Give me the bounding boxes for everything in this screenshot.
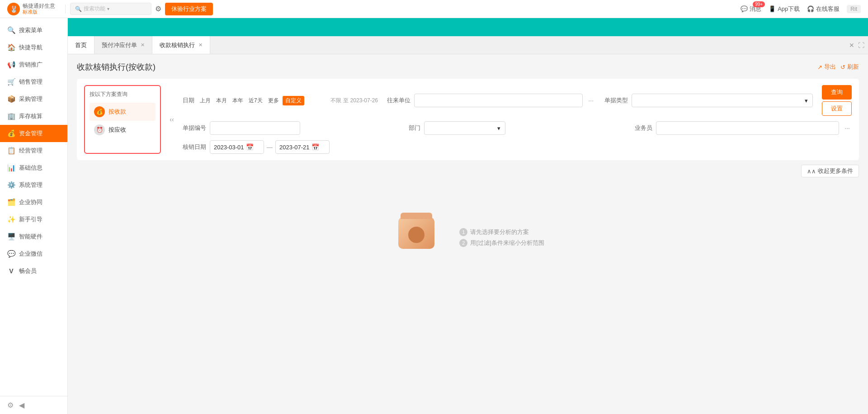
sidebar-item-wechat[interactable]: 💬 企业微信 [0,245,67,262]
sidebar-item-enterprise[interactable]: 🗂️ 企业协同 [0,194,67,211]
empty-box-lid [401,213,432,219]
teal-header [68,18,868,36]
tab-close-receipts[interactable]: ✕ [198,42,203,48]
filter-row-1: 日期 上月 本月 本年 近7天 更多 自定义 不限 [183,85,852,116]
inventory-icon: 🏢 [7,112,15,120]
calendar-start-icon[interactable]: 📅 [246,143,254,151]
filter-row-3: 核销日期 2023-03-01 📅 — 2023-07-21 📅 [183,140,852,154]
settings-icon[interactable]: ⚙ [155,5,161,13]
tab-close-all-icon[interactable]: ✕ [849,42,854,49]
calendar-end-icon[interactable]: 📅 [311,143,319,151]
partner-group: 往来单位 ··· [387,94,595,107]
tab-close-prepay[interactable]: ✕ [141,42,145,48]
date-tab-more[interactable]: 更多 [266,96,281,105]
export-button[interactable]: ↗ 导出 [817,63,836,71]
sidebar-item-hardware[interactable]: 🖥️ 智能硬件 [0,228,67,245]
doc-type-label: 单据类型 [604,96,628,105]
online-service-item[interactable]: 🎧 在线客服 [807,5,840,13]
empty-box-face [408,227,425,243]
date-range-text: 至 2023-07-26 [343,97,378,105]
search-icon: 🔍 [7,26,15,34]
filter-collapse-button[interactable]: ‹‹ [167,85,176,154]
topbar-divider [65,5,66,14]
tab-maximize-icon[interactable]: ⛶ [858,42,864,49]
sidebar-item-system[interactable]: ⚙️ 系统管理 [0,176,67,194]
dept-group: 部门 ▾ [409,121,626,135]
refresh-icon: ↺ [840,64,845,71]
refresh-button[interactable]: ↺ 刷新 [840,63,859,71]
sidebar-item-purchase[interactable]: 📦 采购管理 [0,90,67,108]
verify-date-end-input[interactable]: 2023-07-21 📅 [275,140,330,154]
topbar-search-box[interactable]: 🔍 搜索功能 ▾ [70,3,151,15]
message-item[interactable]: 💬 消息 99+ [741,5,761,13]
message-icon: 💬 [741,5,748,12]
sidebar-item-basic-info[interactable]: 📊 基础信息 [0,159,67,176]
dept-select[interactable]: ▾ [424,121,505,135]
doc-type-select[interactable]: ▾ [632,94,813,107]
partner-dots[interactable]: ··· [586,97,595,104]
staff-dots[interactable]: ··· [843,124,852,132]
verify-date-group: 核销日期 2023-03-01 📅 — 2023-07-21 📅 [183,140,852,154]
sidebar-item-guide[interactable]: ✨ 新手引导 [0,211,67,228]
empty-step-2: 2 用[过滤]条件来缩小分析范围 [459,239,544,247]
empty-illustration [392,217,441,258]
purchase-icon: 📦 [7,95,15,103]
collapse-more-icon: ∧∧ [807,168,816,175]
page-content: 收款核销执行(按收款) ↗ 导出 ↺ 刷新 按以下方案查询 [68,54,868,414]
verify-date-label: 核销日期 [183,143,206,151]
empty-content: 1 请先选择要分析的方案 2 用[过滤]条件来缩小分析范围 [392,217,544,258]
date-label: 日期 [183,96,194,105]
date-tab-this-month[interactable]: 本月 [214,96,229,105]
tab-prepay[interactable]: 预付冲应付单 ✕ [94,36,152,54]
app-icon: 📱 [769,5,776,12]
doc-no-input[interactable] [210,121,300,135]
marketing-icon: 📢 [7,61,15,69]
tab-receipts[interactable]: 收款核销执行 ✕ [152,36,210,54]
tab-home[interactable]: 首页 [68,36,94,54]
query-option-by-receipt[interactable]: 💰 按收款 [90,103,156,121]
sidebar-bottom: ⚙ ◀ [0,396,67,414]
solution-button[interactable]: 休验行业方案 [165,3,213,15]
query-button[interactable]: 查询 [822,85,852,100]
main-layout: 🔍 搜索菜单 🏠 快捷导航 📢 营销推广 🛒 销售管理 📦 采购管理 🏢 [0,18,868,414]
receipt-icon: 💰 [94,106,105,117]
dept-label: 部门 [409,124,420,132]
step-1-number: 1 [459,228,467,236]
tab-bar-right: ✕ ⛶ [845,36,868,54]
filter-panel: 按以下方案查询 💰 按收款 ⏰ 按应收 ‹‹ [77,79,859,160]
filter-form: 日期 上月 本月 本年 近7天 更多 自定义 不限 [183,85,852,154]
sidebar-item-marketing[interactable]: 📢 营销推广 [0,56,67,73]
date-tab-this-year[interactable]: 本年 [231,96,245,105]
message-badge: 99+ [753,1,765,7]
collapse-more-button[interactable]: ∧∧ 收起更多条件 [801,165,859,177]
date-tab-custom[interactable]: 自定义 [283,96,304,105]
sidebar-item-operation[interactable]: 📋 经营管理 [0,142,67,159]
sidebar-item-sales[interactable]: 🛒 销售管理 [0,73,67,90]
query-option-by-receivable[interactable]: ⏰ 按应收 [90,121,156,139]
page-actions: ↗ 导出 ↺ 刷新 [817,63,859,71]
dropdown-arrow-icon: ▾ [107,6,109,11]
verify-date-start-input[interactable]: 2023-03-01 📅 [210,140,264,154]
receivable-icon: ⏰ [94,124,105,135]
app-download-item[interactable]: 📱 App下载 [769,5,800,13]
page-title: 收款核销执行(按收款) [77,62,156,72]
setting-button[interactable]: 设置 [822,101,852,116]
staff-label: 业务员 [635,124,652,132]
sidebar-item-inventory[interactable]: 🏢 库存核算 [0,108,67,125]
staff-input[interactable] [656,121,839,135]
sidebar-item-member[interactable]: V 畅会员 [0,262,67,280]
username: Rit [847,5,861,13]
sidebar-nav: 🔍 搜索菜单 🏠 快捷导航 📢 营销推广 🛒 销售管理 📦 采购管理 🏢 [0,18,67,396]
date-tab-last-month[interactable]: 上月 [198,96,212,105]
sidebar-collapse-button[interactable]: ◀ [19,401,24,409]
sidebar-item-quick-nav[interactable]: 🏠 快捷导航 [0,39,67,56]
date-tab-7days[interactable]: 近7天 [247,96,264,105]
query-action-group: 查询 设置 [822,85,852,116]
partner-input[interactable] [414,94,583,107]
collapse-more-row: ∧∧ 收起更多条件 [77,165,859,177]
sidebar-settings-icon[interactable]: ⚙ [7,401,14,409]
guide-icon: ✨ [7,215,15,224]
sidebar-item-finance[interactable]: 💰 资金管理 [0,125,67,142]
sidebar-item-search[interactable]: 🔍 搜索菜单 [0,22,67,39]
empty-step-1: 1 请先选择要分析的方案 [459,228,529,236]
